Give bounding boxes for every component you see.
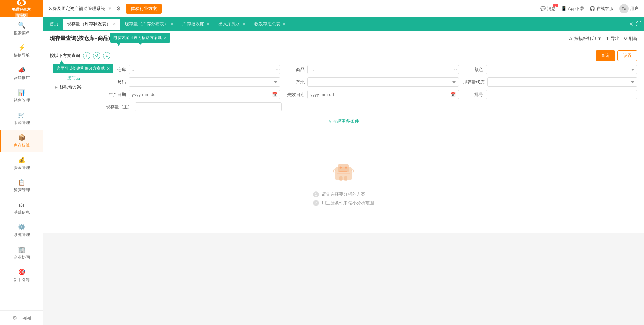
svg-rect-7 — [339, 176, 343, 181]
warehouse-more-icon[interactable]: ··· — [276, 67, 280, 73]
filter-fields: 仓库 ··· 商品 ··· — [106, 65, 637, 115]
sidebar-item-purchase[interactable]: 🛒 采购管理 — [0, 107, 43, 130]
filter-row-2: 尺码 产地 — [106, 77, 637, 87]
sidebar: 6 畅通好生意 标准版 🔍 搜索菜单 ⚡ 快捷导航 📣 营销推广 📊 销售管理 … — [0, 0, 43, 325]
exp-date-calendar-icon[interactable]: 📅 — [448, 92, 459, 97]
guide-icon: 🎯 — [18, 268, 25, 276]
user-menu[interactable]: Ea 用户 — [619, 4, 639, 13]
app-download-btn[interactable]: 📱 App下载 — [561, 6, 584, 12]
tooltip1-close-btn[interactable]: ✕ — [164, 36, 167, 40]
trial-btn[interactable]: 体验行业方案 — [126, 4, 162, 14]
sidebar-item-system[interactable]: ⚙️ 系统管理 — [0, 219, 43, 242]
sidebar-item-guide[interactable]: 🎯 新手引导 — [0, 264, 43, 287]
content-panel: 现存量查询(按仓库+商品) 🖨 按模板打印 ▼ ⬆ 导出 ↻ 刷新 — [43, 31, 644, 233]
tooltip-scheme-mobile: 电脑方案可设为移动方案哦 ✕ — [110, 33, 170, 43]
sales-icon: 📊 — [18, 89, 25, 96]
field-origin: 产地 — [284, 77, 459, 87]
color-select[interactable] — [486, 65, 637, 74]
page-content: 现存量查询(按仓库+商品) 🖨 按模板打印 ▼ ⬆ 导出 ↻ 刷新 — [43, 31, 644, 325]
set-btn[interactable]: 设置 — [617, 50, 637, 61]
exp-date-input[interactable] — [308, 90, 448, 99]
tab-minimize-icon[interactable]: ✕ — [629, 21, 633, 28]
system-title: 装备及固定资产辅助管理系统 — [48, 6, 105, 12]
sidebar-item-management[interactable]: 📋 经营管理 — [0, 175, 43, 197]
tab-close-inventory-dist[interactable]: ✕ — [170, 22, 174, 26]
product-input[interactable] — [308, 65, 454, 74]
print-btn[interactable]: 🖨 按模板打印 ▼ — [569, 36, 602, 42]
tab-inventory-status[interactable]: 现存量（库存状况表） ✕ — [63, 19, 120, 30]
tab-maximize-icon[interactable]: ⛶ — [636, 21, 641, 27]
scheme-mobile-expand-icon: ▶ — [55, 85, 58, 89]
stock-main-input-wrapper — [135, 102, 282, 111]
marketing-icon: 📣 — [18, 66, 25, 74]
product-more-icon[interactable]: ··· — [454, 67, 459, 73]
settings-bottom-icon[interactable]: ⚙ — [12, 315, 17, 321]
purchase-icon: 🛒 — [18, 111, 25, 119]
page-title: 现存量查询(按仓库+商品) — [50, 35, 110, 42]
refresh-btn[interactable]: ↻ 刷新 — [624, 36, 637, 42]
refresh-icon: ↻ — [624, 36, 627, 41]
sidebar-item-search[interactable]: 🔍 搜索菜单 — [0, 17, 43, 40]
empty-state: 1 请先选择要分析的方案 2 用过滤条件来缩小分析范围 — [43, 132, 644, 233]
management-icon: 📋 — [18, 179, 25, 186]
tab-close-receivable-summary[interactable]: ✕ — [282, 22, 286, 26]
scheme-settings-btn[interactable]: ↺ — [93, 52, 100, 59]
scheme-desktop-child-0[interactable]: 按商品 — [59, 74, 99, 83]
message-icon: 💬 — [540, 6, 546, 11]
settings-icon[interactable]: ⚙ — [116, 5, 121, 12]
online-support-btn[interactable]: 🎧 在线客服 — [590, 6, 614, 12]
add-scheme-btn[interactable]: + — [83, 52, 90, 59]
collapse-up-icon: ∧ — [328, 119, 332, 124]
tab-receivable-summary[interactable]: 收发存汇总表 ✕ — [250, 19, 290, 30]
sidebar-item-marketing[interactable]: 📣 营销推广 — [0, 62, 43, 85]
sidebar-item-enterprise[interactable]: 🏢 企业协同 — [0, 242, 43, 264]
tab-close-inout-flow[interactable]: ✕ — [242, 22, 246, 26]
system-title-area: 装备及固定资产辅助管理系统 ▼ — [48, 6, 112, 12]
finance-icon: 💰 — [18, 156, 25, 164]
sidebar-item-inventory[interactable]: 📦 库存核算 — [0, 130, 43, 152]
field-exp-date: 失效日期 📅 — [284, 90, 459, 99]
stock-main-input[interactable] — [135, 103, 281, 111]
size-select[interactable] — [129, 77, 280, 87]
tab-inventory-dist[interactable]: 现存量（库存分布表） ✕ — [121, 19, 178, 30]
tab-close-inventory-status[interactable]: ✕ — [113, 22, 116, 26]
sidebar-item-basic-info[interactable]: 🗂 基础信息 — [0, 197, 43, 219]
print-icon: 🖨 — [569, 36, 573, 41]
tooltip2-close-btn[interactable]: ✕ — [107, 66, 110, 71]
batch-input[interactable] — [486, 90, 637, 99]
sidebar-item-sales[interactable]: 📊 销售管理 — [0, 85, 43, 107]
scheme-mobile[interactable]: ▶ 移动端方案 — [52, 83, 99, 91]
inventory-icon: 📦 — [18, 134, 25, 141]
search-btn[interactable]: 查询 — [596, 50, 615, 61]
svg-rect-6 — [339, 171, 347, 172]
tab-close-batch-ledger[interactable]: ✕ — [206, 22, 210, 26]
empty-tip-2: 2 用过滤条件来缩小分析范围 — [313, 200, 374, 206]
sidebar-item-quick-nav[interactable]: ⚡ 快捷导航 — [0, 40, 43, 62]
svg-point-5 — [345, 166, 347, 168]
sidebar-item-finance[interactable]: 💰 资金管理 — [0, 152, 43, 175]
field-batch: 批号 — [463, 90, 637, 99]
warehouse-input[interactable] — [129, 65, 276, 74]
tab-batch-ledger[interactable]: 库存批次账 ✕ — [178, 19, 214, 30]
scheme-arrow-btn[interactable]: « — [103, 52, 110, 59]
tab-inout-flow[interactable]: 出入库流水 ✕ — [214, 19, 250, 30]
headset-icon: 🎧 — [590, 6, 595, 11]
export-btn[interactable]: ⬆ 导出 — [606, 36, 620, 42]
main-area: 装备及固定资产辅助管理系统 ▼ ⚙ 体验行业方案 💬 消息 6 📱 App下载 … — [43, 0, 644, 325]
stock-status-select[interactable] — [487, 77, 637, 87]
exp-date-input-wrapper: 📅 — [307, 90, 459, 99]
export-icon: ⬆ — [606, 36, 609, 41]
collapse-bar[interactable]: ∧ 收起更多条件 — [50, 115, 637, 128]
field-stock-status: 现存量状态 — [463, 77, 637, 87]
phone-icon: 📱 — [561, 6, 567, 11]
prod-date-input[interactable] — [129, 90, 269, 99]
empty-illustration — [330, 159, 357, 186]
field-warehouse: 仓库 ··· — [106, 65, 280, 74]
field-prod-date: 生产日期 📅 — [106, 90, 280, 99]
collapse-sidebar-icon[interactable]: ◀◀ — [22, 315, 31, 321]
tab-home[interactable]: 首页 — [46, 21, 62, 27]
origin-select[interactable] — [307, 77, 459, 87]
quick-nav-icon: ⚡ — [18, 44, 25, 51]
prod-date-calendar-icon[interactable]: 📅 — [269, 92, 280, 97]
message-btn[interactable]: 💬 消息 6 — [540, 6, 556, 12]
